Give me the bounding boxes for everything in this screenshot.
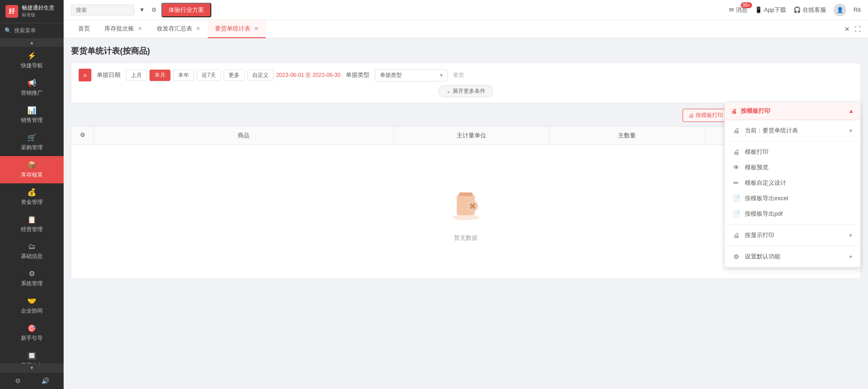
online-service-btn[interactable]: 🎧 在线客服 (793, 6, 826, 14)
window-controls: ✕ ⛶ (844, 25, 861, 33)
scroll-up-btn[interactable]: ▲ (0, 38, 64, 47)
sidebar-item-label: 新手引导 (21, 334, 43, 342)
tab-inventory-batch[interactable]: 库存批次账 ✕ (97, 20, 150, 38)
dropdown-item-set-default[interactable]: ⚙ 设置默认功能 ▼ (725, 249, 860, 264)
template-custom-label: 模板自定义设计 (745, 179, 853, 187)
guide-icon: 🎯 (27, 324, 36, 333)
current-template-chevron: ▼ (848, 128, 853, 133)
sidebar-item-marketing[interactable]: 📢 营销推广 (0, 74, 64, 101)
yh-label: 要货 (453, 71, 464, 79)
tab-payment-summary[interactable]: 收发存汇总表 ✕ (150, 20, 208, 38)
tab-inventory-batch-close[interactable]: ✕ (138, 25, 142, 32)
date-btn-this-year[interactable]: 本年 (173, 70, 194, 81)
trial-btn[interactable]: 体验行业方案 (161, 3, 211, 17)
inventory-icon: 📦 (27, 161, 36, 169)
dropdown-actions-section: 🖨 模板打印 👁 模板预览 ✏ 模板自定义设计 📄 按模板导出excel 📄 (725, 141, 860, 225)
dropdown-item-template-print[interactable]: 🖨 模板打印 (725, 144, 860, 160)
messages-badge: 99+ (741, 2, 752, 8)
topbar-dropdown-arrow[interactable]: ▼ (139, 6, 145, 13)
dropdown-current-template[interactable]: 🖨 当前：要货单统计表 ▼ (725, 123, 860, 138)
tab-order-stats-close[interactable]: ✕ (254, 25, 259, 32)
sidebar-item-apps[interactable]: 🔲 应用中心 (0, 347, 64, 364)
current-template-icon: 🖨 (732, 127, 740, 134)
sidebar-item-label: 经营管理 (21, 226, 43, 233)
print-dropdown-collapse[interactable]: ▲ (848, 108, 854, 114)
sidebar-item-finance[interactable]: 💰 资金管理 (0, 183, 64, 211)
window-close-btn[interactable]: ✕ (844, 25, 850, 33)
svg-rect-2 (459, 192, 473, 196)
display-print-label: 按显示打印 (745, 231, 844, 239)
sidebar-item-quick-nav[interactable]: ⚡ 快捷导航 (0, 47, 64, 74)
dropdown-item-display-print[interactable]: 🖨 按显示打印 ▼ (725, 227, 860, 243)
sidebar-item-label: 系统管理 (21, 280, 43, 288)
collab-icon: 🤝 (27, 297, 36, 305)
sidebar-item-sales[interactable]: 📊 销售管理 (0, 101, 64, 129)
app-download-label: App下载 (764, 6, 786, 14)
col-gear[interactable]: ⚙ (71, 127, 94, 144)
date-btn-custom[interactable]: 自定义 (247, 70, 274, 81)
topbar-actions: ✉ 消息 99+ 📱 App下载 🎧 在线客服 👤 Rit (729, 4, 861, 16)
user-name: Rit (853, 6, 861, 13)
topbar-search-input[interactable] (71, 5, 135, 15)
quick-nav-icon: ⚡ (27, 51, 36, 60)
template-preview-icon: 👁 (732, 164, 740, 171)
date-filter: 上月 本月 本年 近7天 更多 自定义 2023-06-01 至 2023-06… (126, 70, 340, 81)
expand-more-btn[interactable]: ⌄ 展开更多条件 (79, 85, 853, 97)
sidebar-item-operations[interactable]: 📋 经营管理 (0, 211, 64, 238)
date-btn-more[interactable]: 更多 (224, 70, 244, 81)
dropdown-display-section: 🖨 按显示打印 ▼ (725, 225, 860, 246)
print-dropdown-title-icon: 🖨 (731, 108, 737, 115)
apps-icon: 🔲 (27, 351, 36, 360)
sidebar-item-label: 快捷导航 (21, 62, 43, 70)
audio-footer-btn[interactable]: 🔊 (41, 377, 49, 384)
template-pdf-icon: 📄 (732, 210, 740, 217)
dropdown-item-template-pdf[interactable]: 📄 按模板导出pdf (725, 206, 860, 222)
sidebar-item-label: 营销推广 (21, 89, 43, 97)
dropdown-item-template-custom[interactable]: ✏ 模板自定义设计 (725, 175, 860, 191)
logo-badge: 标准版 (22, 12, 55, 18)
scroll-down-btn[interactable]: ▼ (0, 364, 64, 372)
date-btn-7days[interactable]: 近7天 (197, 70, 221, 81)
svg-point-0 (452, 215, 479, 220)
tab-inventory-batch-label: 库存批次账 (105, 25, 134, 33)
settings-footer-btn[interactable]: ⚙ (15, 377, 21, 384)
logo-icon: 好 (5, 5, 18, 18)
messages-btn[interactable]: ✉ 消息 99+ (729, 6, 748, 14)
main-content: ▼ ⚙ 体验行业方案 ✉ 消息 99+ 📱 App下载 🎧 在线客服 👤 Rit… (64, 0, 868, 389)
sidebar-footer: ⚙ 🔊 (0, 372, 64, 389)
type-select-value: 单据类型 (380, 72, 402, 78)
search-menu-label: 搜索菜单 (14, 27, 36, 35)
date-btn-this-month[interactable]: 本月 (150, 70, 170, 81)
system-icon: ⚙ (29, 269, 35, 278)
user-avatar[interactable]: 👤 (833, 4, 846, 16)
tab-order-stats-label: 要货单统计表 (215, 25, 250, 33)
date-btn-last-month[interactable]: 上月 (126, 70, 147, 81)
filter-expand-icon[interactable]: » (79, 69, 91, 81)
tab-home[interactable]: 首页 (71, 20, 97, 38)
print-icon: 🖨 (688, 112, 694, 119)
sidebar-item-purchase[interactable]: 🛒 采购管理 (0, 129, 64, 156)
online-service-label: 在线客服 (803, 6, 826, 14)
tab-payment-summary-close[interactable]: ✕ (196, 25, 200, 32)
template-pdf-label: 按模板导出pdf (745, 210, 853, 218)
tab-home-label: 首页 (78, 25, 90, 33)
window-maximize-btn[interactable]: ⛶ (854, 25, 861, 33)
expand-bar[interactable]: ⌄ 展开更多条件 (439, 85, 493, 97)
dropdown-item-template-preview[interactable]: 👁 模板预览 (725, 160, 860, 175)
sidebar-item-base[interactable]: 🗂 基础信息 (0, 238, 64, 265)
search-menu-btn[interactable]: 🔍 搜索菜单 (0, 23, 64, 38)
base-icon: 🗂 (28, 242, 35, 251)
dropdown-item-template-excel[interactable]: 📄 按模板导出excel (725, 191, 860, 206)
app-download-btn[interactable]: 📱 App下载 (755, 6, 786, 14)
template-preview-label: 模板预览 (745, 163, 853, 172)
type-select[interactable]: 单据类型 ▼ (375, 69, 448, 81)
finance-icon: 💰 (27, 188, 36, 197)
tab-order-stats[interactable]: 要货单统计表 ✕ (208, 20, 266, 38)
sidebar-item-collab[interactable]: 🤝 企业协同 (0, 292, 64, 319)
sidebar-item-inventory[interactable]: 📦 库存核算 (0, 156, 64, 183)
topbar-gear-icon[interactable]: ⚙ (151, 6, 157, 13)
sidebar-item-guide[interactable]: 🎯 新手引导 (0, 319, 64, 347)
app-download-icon: 📱 (755, 6, 762, 13)
sidebar-nav: ⚡ 快捷导航 📢 营销推广 📊 销售管理 🛒 采购管理 📦 库存核算 💰 资金管… (0, 47, 64, 364)
sidebar-item-system[interactable]: ⚙ 系统管理 (0, 265, 64, 292)
